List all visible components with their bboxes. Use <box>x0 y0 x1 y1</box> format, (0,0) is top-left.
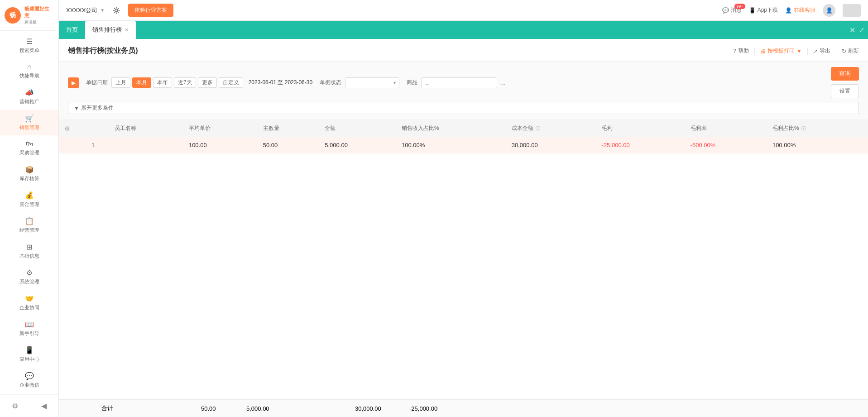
chevron-down-icon: ▼ <box>100 8 105 13</box>
tab-window-close-button[interactable]: ✕ <box>849 26 855 34</box>
company-selector[interactable]: XXXXX公司 ▼ <box>66 6 105 14</box>
sidebar-item-label-inventory: 库存核算 <box>19 175 39 182</box>
app-icon: 📱 <box>749 7 756 14</box>
header-message-button[interactable]: 💬 消息 99+ <box>722 6 742 14</box>
date-btn-this-month[interactable]: 本月 <box>132 77 151 88</box>
date-btn-custom[interactable]: 自定义 <box>219 77 243 88</box>
service-icon: 👤 <box>785 7 792 14</box>
sidebar-item-inventory[interactable]: 📦 库存核算 <box>0 161 58 187</box>
sidebar-item-marketing[interactable]: 📣 营销推广 <box>0 84 58 110</box>
sidebar-item-sales[interactable]: 🛒 销售管理 <box>0 110 58 135</box>
sidebar-settings-button[interactable]: ⚙ <box>10 399 20 412</box>
sidebar-item-collab[interactable]: 🤝 企业协同 <box>0 290 58 316</box>
th-gross-pct: 毛利占比% ⓘ <box>767 120 868 137</box>
finance-icon: 💰 <box>25 191 34 200</box>
query-actions: 查询 设置 <box>831 67 859 98</box>
tab-window-resize-button[interactable]: ⤢ <box>859 26 864 34</box>
sidebar-item-search[interactable]: ☰ 搜索菜单 <box>0 33 58 58</box>
header-service-button[interactable]: 👤 在线客服 <box>785 6 815 14</box>
user-name-display <box>843 4 861 17</box>
td-gross: -25,000.00 <box>596 137 685 153</box>
filter-toggle-button[interactable]: ▶ <box>68 77 79 88</box>
goods-more-icon[interactable]: ... <box>501 80 505 86</box>
sidebar-item-label-search: 搜索菜单 <box>19 47 39 54</box>
search-menu-icon: ☰ <box>26 37 33 46</box>
expand-row: ▼ 展开更多条件 <box>68 102 859 114</box>
sidebar-item-appstore[interactable]: 📱 应用中心 <box>0 341 58 367</box>
status-select[interactable] <box>345 77 399 88</box>
column-settings-icon[interactable]: ⚙ <box>64 125 70 132</box>
footer-amount-cell: 5,000.00 <box>241 405 295 412</box>
system-icon: ⚙ <box>26 268 33 277</box>
export-button[interactable]: ↗ 导出 <box>813 47 830 55</box>
marketing-icon: 📣 <box>25 88 34 97</box>
footer-cost-cell: 30,000.00 <box>350 405 404 412</box>
data-table: ⚙ 员工名称 平均单价 主数量 全额 <box>59 120 868 153</box>
sidebar-item-label-shortcut: 快捷导航 <box>19 72 39 79</box>
tab-close-icon[interactable]: ✕ <box>125 27 129 33</box>
guide-icon: 📖 <box>25 320 34 329</box>
td-avg-price: 100.00 <box>183 137 258 153</box>
company-name: XXXXX公司 <box>66 6 97 14</box>
tab-bar: 首页 销售排行榜 ✕ ✕ ⤢ <box>59 21 868 39</box>
gross-pct-info-icon[interactable]: ⓘ <box>801 126 806 131</box>
gear-icon <box>113 7 120 14</box>
help-label: 帮助 <box>738 47 749 55</box>
th-sales-pct: 销售收入占比% <box>396 120 506 137</box>
trial-button[interactable]: 体验行业方案 <box>128 4 173 17</box>
date-buttons: 上月 本月 本年 近7天 更多 自定义 <box>111 77 243 88</box>
sidebar-item-label-wechat: 企业微信 <box>19 382 39 388</box>
sidebar-item-basic[interactable]: ⊞ 基础信息 <box>0 238 58 264</box>
print-label: 按模板打印 <box>767 47 795 55</box>
cost-info-icon[interactable]: ⓘ <box>536 126 540 131</box>
query-button[interactable]: 查询 <box>831 67 859 81</box>
goods-input[interactable] <box>421 77 497 88</box>
filter-status-item: 单据状态 <box>320 77 399 88</box>
header-settings-button[interactable] <box>110 4 123 17</box>
tab-sales-rank[interactable]: 销售排行榜 ✕ <box>85 21 136 39</box>
tab-sales-rank-label: 销售排行榜 <box>92 26 122 34</box>
td-rank: 1 <box>77 137 109 153</box>
print-button[interactable]: 🖨 按模板打印 ▼ <box>760 47 802 55</box>
sidebar-item-operation[interactable]: 📋 经营管理 <box>0 212 58 238</box>
th-cost: 成本全额 ⓘ <box>506 120 596 137</box>
date-btn-more[interactable]: 更多 <box>198 77 217 88</box>
sidebar-item-finance[interactable]: 💰 资金管理 <box>0 187 58 212</box>
brand-name: 畅康通好生意 <box>24 5 54 19</box>
sidebar-item-wechat[interactable]: 💬 企业微信 <box>0 367 58 393</box>
sidebar-item-label-collab: 企业协同 <box>19 304 39 311</box>
sidebar-item-purchase[interactable]: 🛍 采购管理 <box>0 135 58 161</box>
sidebar-item-label-appstore: 应用中心 <box>19 356 39 363</box>
date-btn-this-year[interactable]: 本年 <box>153 77 172 88</box>
filter-goods-label: 商品 <box>407 79 417 86</box>
date-btn-last-month[interactable]: 上月 <box>111 77 130 88</box>
logo-badge: 标准版 <box>24 19 54 25</box>
export-label: 导出 <box>820 47 830 55</box>
sidebar-item-shortcut[interactable]: ⌂ 快捷导航 <box>0 58 58 84</box>
sidebar-collapse-button[interactable]: ◀ <box>39 399 49 412</box>
filter-area: ▶ 单据日期 上月 本月 本年 近7天 更多 自定义 2023-06-01 至 … <box>59 62 868 120</box>
sidebar-item-label-operation: 经营管理 <box>19 227 39 234</box>
refresh-label: 刷新 <box>848 47 859 55</box>
th-amount: 全额 <box>319 120 396 137</box>
footer-gross-cell: -25,000.00 <box>404 405 458 412</box>
sidebar-item-guide[interactable]: 📖 新手引导 <box>0 316 58 341</box>
sidebar-item-system[interactable]: ⚙ 系统管理 <box>0 264 58 290</box>
expand-icon: ▼ <box>74 105 79 111</box>
td-qty: 50.00 <box>258 137 320 153</box>
expand-conditions-button[interactable]: ▼ 展开更多条件 <box>68 102 859 114</box>
tab-home[interactable]: 首页 <box>59 21 85 39</box>
user-avatar[interactable]: 👤 <box>823 4 835 17</box>
help-button[interactable]: ? 帮助 <box>733 47 749 55</box>
settings-panel-button[interactable]: 设置 <box>831 84 859 98</box>
header-app-button[interactable]: 📱 App下载 <box>749 6 778 14</box>
td-cost: 30,000.00 <box>506 137 596 153</box>
app-label: App下载 <box>758 6 778 14</box>
service-label: 在线客服 <box>794 6 815 14</box>
date-btn-7days[interactable]: 近7天 <box>174 77 196 88</box>
refresh-button[interactable]: ↻ 刷新 <box>842 47 859 55</box>
date-range-display: 2023-06-01 至 2023-06-30 <box>249 79 312 86</box>
sidebar-bottom: ⚙ ◀ <box>0 394 58 417</box>
logo-text-block: 畅康通好生意 标准版 <box>24 5 54 25</box>
sidebar: 畅 畅康通好生意 标准版 ☰ 搜索菜单 ⌂ 快捷导航 📣 营销推广 🛒 销售管理… <box>0 0 59 417</box>
